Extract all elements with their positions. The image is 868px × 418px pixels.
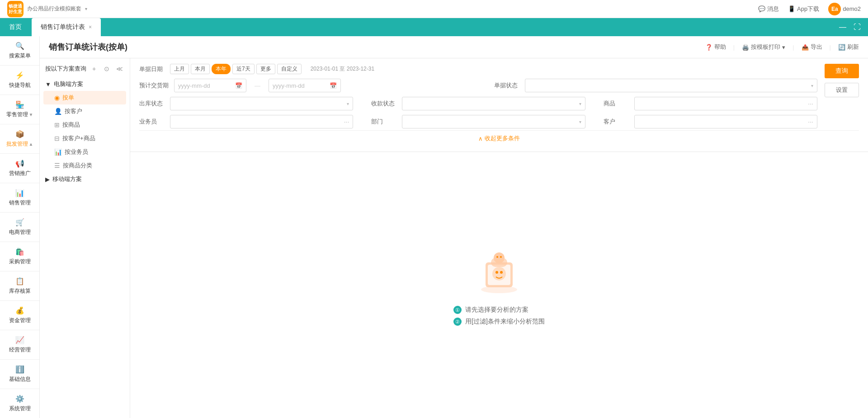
sidebar-item-finance[interactable]: 💰 资金管理 [0, 301, 39, 330]
export-icon: 📤 [802, 44, 809, 51]
collapse-label: 收起更多条件 [485, 134, 520, 142]
payment-select[interactable]: ▾ [402, 97, 585, 110]
tab-active-sales-order[interactable]: 销售订单统计表 × [32, 18, 101, 36]
refresh-button[interactable]: 🔄 刷新 [838, 43, 859, 51]
left-panel: 按以下方案查询 + ⊙ ≪ ▼ [40, 58, 130, 418]
empty-hint-1: ① 请先选择要分析的方案 [453, 306, 545, 314]
expected-date-to[interactable]: yyyy-mm-dd 📅 [269, 79, 341, 92]
pc-scheme-title[interactable]: ▼ 电脑端方案 [43, 77, 126, 91]
pc-scheme-label: 电脑端方案 [54, 80, 83, 88]
setting-button[interactable]: 设置 [825, 83, 859, 97]
salesperson-more-icon[interactable]: ··· [344, 118, 349, 125]
user-menu[interactable]: Ea demo2 [828, 3, 861, 15]
empty-hints: ① 请先选择要分析的方案 ② 用[过滤]条件来缩小分析范围 [453, 306, 545, 326]
left-panel-title: 按以下方案查询 [45, 65, 86, 73]
svg-point-4 [495, 271, 498, 274]
goods-select[interactable]: ··· [634, 97, 817, 110]
mobile-scheme-title[interactable]: ▶ 移动端方案 [43, 172, 126, 186]
sidebar-item-operation[interactable]: 📈 经营管理 [0, 330, 39, 360]
operation-icon: 📈 [15, 336, 24, 344]
sidebar-retail-label: 零售管理 [6, 111, 28, 119]
tab-minimize-icon[interactable]: — [837, 22, 848, 33]
scheme-by-customer[interactable]: 👤 按客户 [43, 104, 126, 118]
scheme-goods-label: 按商品 [62, 121, 80, 129]
sidebar-item-ecommerce[interactable]: 🛒 电商管理 [0, 213, 39, 242]
collapse-scheme-button[interactable]: ≪ [114, 64, 124, 74]
date-btn-this-month[interactable]: 本月 [191, 64, 210, 74]
filter-area: 单据日期 上月 本月 本年 近7天 更多 自定义 2023-01-01 至 20… [130, 58, 868, 152]
search-icon: 🔍 [15, 42, 24, 50]
payment-arrow-icon: ▾ [579, 101, 581, 106]
dept-arrow-icon: ▾ [579, 119, 581, 124]
mobile-scheme-section: ▶ 移动端方案 [40, 172, 130, 186]
date-btn-7days[interactable]: 近7天 [232, 64, 255, 74]
result-area: ① 请先选择要分析的方案 ② 用[过滤]条件来缩小分析范围 [130, 152, 868, 418]
app-title-dropdown-icon[interactable]: ▾ [85, 6, 87, 11]
print-icon: 🖨️ [742, 44, 749, 51]
expected-date-from[interactable]: yyyy-mm-dd 📅 [174, 79, 246, 92]
sales-icon: 📊 [15, 189, 24, 197]
scheme-by-customer-goods[interactable]: ⊟ 按客户+商品 [43, 132, 126, 145]
message-button[interactable]: 💬 消息 [758, 5, 779, 13]
sidebar-item-sales[interactable]: 📊 销售管理 [0, 183, 39, 213]
sidebar-system-label: 系统管理 [9, 405, 31, 413]
print-button[interactable]: 🖨️ 按模板打印 ▾ [742, 43, 785, 51]
refresh-icon: 🔄 [838, 44, 845, 51]
status-select[interactable]: ▾ [525, 79, 817, 92]
outbound-select[interactable]: ▾ [170, 97, 353, 110]
tab-home[interactable]: 首页 [0, 18, 31, 36]
tab-close-icon[interactable]: × [89, 24, 92, 30]
scheme-by-goods-category[interactable]: ☰ 按商品分类 [43, 159, 126, 172]
date-label: 单据日期 [139, 65, 165, 73]
sidebar-item-purchase[interactable]: 🛍️ 采购管理 [0, 242, 39, 271]
status-select-arrow-icon: ▾ [811, 83, 813, 88]
scheme-by-salesperson[interactable]: 📊 按业务员 [43, 145, 126, 159]
hint-text-1: 请先选择要分析的方案 [465, 306, 528, 314]
settings-scheme-button[interactable]: ⊙ [102, 64, 112, 74]
page-header-actions: ❓ 帮助 | 🖨️ 按模板打印 ▾ | 📤 导出 | 🔄 刷新 [705, 43, 859, 51]
add-scheme-button[interactable]: + [89, 64, 99, 74]
tab-bar: 首页 销售订单统计表 × — ⛶ [0, 18, 868, 36]
sidebar-inventory-label: 库存核算 [9, 287, 31, 295]
sidebar-item-marketing[interactable]: 📢 营销推广 [0, 154, 39, 183]
date-btn-custom[interactable]: 自定义 [277, 64, 302, 74]
top-bar-right: 💬 消息 📱 App下载 Ea demo2 [758, 3, 861, 15]
customer-select[interactable]: ··· [634, 115, 817, 128]
pc-scheme-arrow-icon: ▼ [45, 81, 51, 88]
filter-row-outbound: 出库状态 ▾ 收款状态 ▾ [139, 97, 817, 110]
sidebar-item-quicknav[interactable]: ⚡ 快捷导航 [0, 66, 39, 95]
sidebar-item-search[interactable]: 🔍 搜索菜单 [0, 36, 39, 66]
dept-select[interactable]: ▾ [402, 115, 585, 128]
collapse-button[interactable]: ∧ 收起更多条件 [139, 130, 859, 146]
action-buttons: 查询 设置 [825, 64, 859, 97]
sidebar-sales-label: 销售管理 [9, 199, 31, 207]
sidebar-item-inventory[interactable]: 📋 库存核算 [0, 271, 39, 301]
hint-num-2: ② [453, 318, 462, 326]
logo-text: 畅捷通好生意 [9, 4, 22, 14]
scheme-by-goods[interactable]: ⊞ 按商品 [43, 118, 126, 132]
tab-fullscreen-icon[interactable]: ⛶ [852, 22, 863, 33]
logo: 畅捷通好生意 [7, 1, 24, 17]
export-button[interactable]: 📤 导出 [802, 43, 822, 51]
sidebar-item-system[interactable]: ⚙️ 系统管理 [0, 389, 39, 418]
goods-more-icon[interactable]: ··· [808, 100, 813, 107]
sidebar-item-wholesale[interactable]: 📦 批发管理 ▲ [0, 124, 39, 154]
date-btn-more[interactable]: 更多 [256, 64, 275, 74]
salesperson-label: 业务员 [139, 118, 165, 126]
calendar-icon-to: 📅 [330, 82, 337, 89]
customer-more-icon[interactable]: ··· [808, 118, 813, 125]
salesperson-select[interactable]: ··· [170, 115, 353, 128]
scheme-goods-icon: ⊞ [54, 121, 60, 128]
help-button[interactable]: ❓ 帮助 [705, 43, 726, 51]
sidebar-purchase-label: 采购管理 [9, 258, 31, 266]
sidebar-item-retail[interactable]: 🏪 零售管理 ▼ [0, 95, 39, 124]
mobile-scheme-label: 移动端方案 [52, 175, 82, 183]
basic-icon: ℹ️ [15, 365, 24, 374]
query-button[interactable]: 查询 [825, 64, 859, 78]
date-btn-last-month[interactable]: 上月 [170, 64, 189, 74]
sidebar-item-basic[interactable]: ℹ️ 基础信息 [0, 360, 39, 389]
date-btn-this-year[interactable]: 本年 [212, 64, 231, 74]
right-panel: 单据日期 上月 本月 本年 近7天 更多 自定义 2023-01-01 至 20… [130, 58, 868, 418]
app-download-button[interactable]: 📱 App下载 [788, 5, 819, 13]
scheme-by-order[interactable]: ◉ 按单 [43, 91, 126, 104]
